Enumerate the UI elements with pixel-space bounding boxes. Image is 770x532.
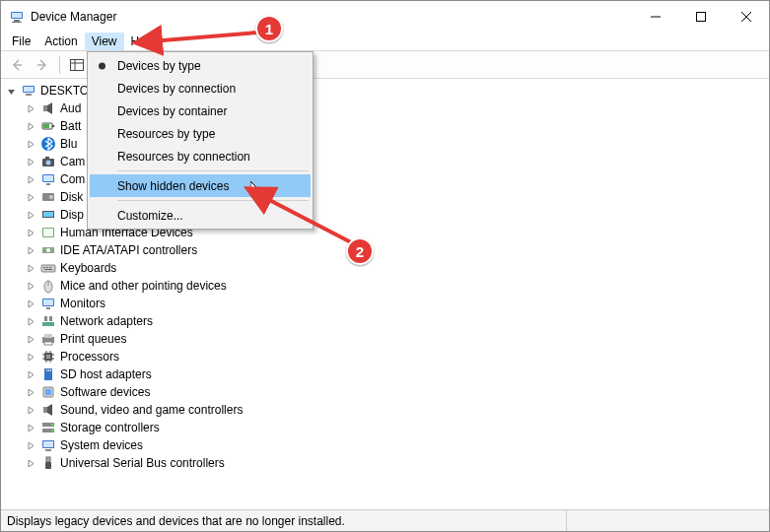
expand-icon[interactable] [25, 370, 36, 379]
expand-icon[interactable] [25, 246, 36, 255]
minimize-button[interactable] [633, 1, 678, 32]
tree-item-sound-video[interactable]: Sound, video and game controllers [21, 401, 769, 419]
mouse-icon [40, 278, 56, 294]
svg-rect-41 [44, 269, 52, 270]
svg-rect-28 [46, 183, 50, 185]
svg-rect-48 [44, 316, 47, 321]
ide-icon [40, 242, 56, 258]
svg-rect-51 [44, 334, 52, 338]
svg-rect-40 [49, 267, 51, 268]
forward-button[interactable] [31, 53, 54, 77]
view-menu-dropdown: Devices by type Devices by connection De… [87, 51, 314, 230]
tree-item-label: Mice and other pointing devices [60, 279, 227, 293]
expand-icon[interactable] [25, 211, 36, 220]
tree-item-label: Disp [60, 208, 84, 222]
tree-item-label: Print queues [60, 332, 126, 346]
menu-customize[interactable]: Customize... [90, 204, 311, 227]
tree-item-monitors[interactable]: Monitors [21, 295, 769, 312]
svg-rect-47 [42, 322, 54, 326]
tree-item-label: Storage controllers [60, 421, 160, 434]
maximize-button[interactable] [678, 1, 724, 32]
back-button[interactable] [5, 53, 29, 77]
expand-icon[interactable] [25, 424, 36, 432]
expand-icon[interactable] [25, 282, 36, 291]
menu-devices-by-container[interactable]: Devices by container [90, 100, 311, 122]
svg-rect-39 [46, 267, 48, 268]
svg-rect-49 [49, 316, 52, 321]
expand-icon[interactable] [25, 158, 36, 166]
tree-item-label: System devices [60, 438, 143, 452]
tree-item-label: Sound, video and game controllers [60, 403, 243, 417]
tree-item-processors[interactable]: Processors [21, 348, 769, 366]
expand-icon[interactable] [25, 140, 36, 149]
tree-item-software-devices[interactable]: Software devices [21, 383, 769, 401]
tree-item-ide[interactable]: IDE ATA/ATAPI controllers [21, 241, 769, 259]
expand-icon[interactable] [25, 459, 36, 468]
window-title: Device Manager [31, 10, 116, 24]
window-controls [633, 1, 769, 32]
expand-icon[interactable] [25, 406, 36, 415]
menu-bar: File Action View Help [1, 32, 769, 51]
expand-icon[interactable] [25, 175, 36, 184]
collapse-icon[interactable] [5, 87, 17, 96]
tree-item-mice[interactable]: Mice and other pointing devices [21, 277, 769, 295]
bluetooth-icon [40, 136, 56, 152]
svg-rect-77 [45, 462, 51, 469]
tree-item-label: Batt [60, 119, 81, 133]
expand-icon[interactable] [25, 193, 36, 202]
menu-devices-by-connection[interactable]: Devices by connection [90, 77, 311, 100]
svg-rect-1 [12, 13, 22, 18]
tree-item-label: IDE ATA/ATAPI controllers [60, 243, 197, 257]
status-bar: Displays legacy devices and devices that… [1, 509, 769, 531]
expand-icon[interactable] [25, 264, 36, 273]
svg-rect-45 [43, 299, 53, 305]
tree-item-usb-controllers[interactable]: Universal Serial Bus controllers [21, 454, 769, 472]
close-button[interactable] [724, 1, 769, 32]
svg-rect-16 [24, 87, 34, 92]
menu-view[interactable]: View [85, 33, 124, 50]
tree-item-print-queues[interactable]: Print queues [21, 330, 769, 348]
svg-rect-65 [50, 369, 51, 371]
menu-resources-by-connection[interactable]: Resources by connection [90, 145, 311, 167]
bullet-icon [99, 62, 105, 69]
svg-rect-21 [43, 124, 49, 128]
system-icon [40, 437, 56, 453]
expand-icon[interactable] [25, 229, 36, 237]
expand-icon[interactable] [25, 317, 36, 326]
network-icon [40, 313, 56, 329]
tree-item-system-devices[interactable]: System devices [21, 436, 769, 454]
expand-icon[interactable] [25, 104, 36, 113]
camera-icon [40, 154, 56, 169]
tree-item-label: Com [60, 172, 85, 186]
tree-item-sd-host[interactable]: SD host adapters [21, 366, 769, 383]
expand-icon[interactable] [25, 353, 36, 362]
show-console-tree-button[interactable] [65, 53, 89, 77]
menu-action[interactable]: Action [37, 33, 84, 50]
svg-rect-63 [46, 369, 47, 371]
tree-item-storage-controllers[interactable]: Storage controllers [21, 419, 769, 436]
svg-rect-46 [46, 307, 50, 309]
expand-icon[interactable] [25, 335, 36, 344]
tree-item-keyboards[interactable]: Keyboards [21, 259, 769, 277]
expand-icon[interactable] [25, 388, 36, 397]
sw-icon [40, 384, 56, 400]
menu-devices-by-type[interactable]: Devices by type [90, 54, 311, 77]
monitor-icon [40, 171, 56, 187]
expand-icon[interactable] [25, 299, 36, 308]
svg-rect-34 [43, 229, 53, 236]
printer-icon [40, 331, 56, 347]
cpu-icon [40, 349, 56, 365]
menu-file[interactable]: File [5, 33, 37, 50]
svg-rect-10 [71, 59, 84, 70]
menu-show-hidden-devices[interactable]: Show hidden devices [90, 174, 311, 197]
tree-item-network-adapters[interactable]: Network adapters [21, 312, 769, 330]
svg-rect-37 [41, 265, 55, 272]
battery-icon [40, 118, 56, 134]
expand-icon[interactable] [25, 441, 36, 450]
menu-resources-by-type[interactable]: Resources by type [90, 122, 311, 145]
menu-help[interactable]: Help [124, 33, 163, 50]
display-icon [40, 207, 56, 223]
tree-root-label: DESKTO [40, 84, 89, 98]
tree-item-label: Blu [60, 137, 77, 151]
expand-icon[interactable] [25, 122, 36, 131]
